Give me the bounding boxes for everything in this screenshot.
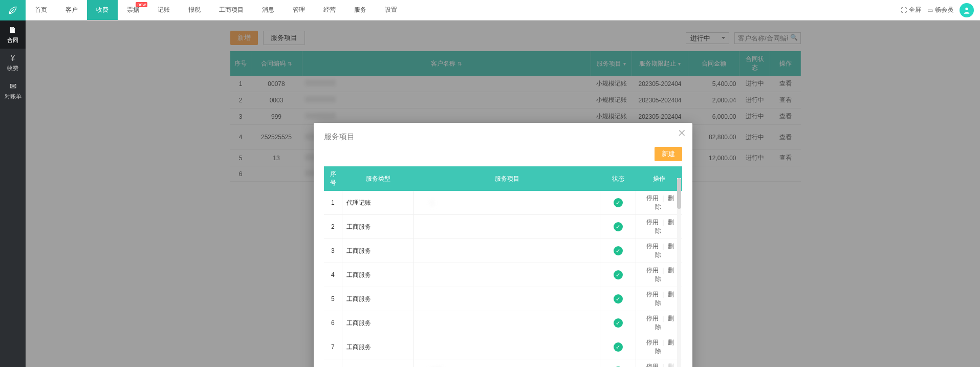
list-item: 2工商服务 ✓停用 | 删除: [324, 215, 682, 239]
left-sidebar: 🗎合同¥收费✉对账单: [0, 20, 26, 367]
check-icon: ✓: [614, 246, 623, 255]
nav-item-10[interactable]: 服务: [345, 0, 376, 20]
pause-link[interactable]: 停用: [644, 195, 661, 202]
pause-link[interactable]: 停用: [644, 291, 661, 298]
mcell-item: [414, 215, 600, 239]
nav-item-7[interactable]: 消息: [253, 0, 284, 20]
list-item: 4工商服务 ✓停用 | 删除: [324, 263, 682, 287]
document-icon: 🗎: [9, 26, 17, 35]
nav-item-9[interactable]: 经营: [314, 0, 345, 20]
mcell-item: [414, 239, 600, 263]
pause-link[interactable]: 停用: [644, 339, 661, 346]
nav-item-11[interactable]: 设置: [376, 0, 406, 20]
pause-link[interactable]: 停用: [644, 267, 661, 274]
mcell-item: [414, 287, 600, 311]
scrollbar-thumb[interactable]: [677, 178, 681, 209]
list-item: 7工商服务 ✓停用 | 删除: [324, 335, 682, 359]
mcell-type: 代理记账: [342, 191, 414, 215]
sidebar-item-0[interactable]: 🗎合同: [0, 20, 26, 49]
mcell-type: 工商服务: [342, 263, 414, 287]
mcell-type: 工商服务: [342, 359, 414, 368]
list-item: 5工商服务 ✓停用 | 删除: [324, 287, 682, 311]
top-menu: 首页客户收费票据new记账报税工商项目消息管理经营服务设置: [26, 0, 406, 20]
nav-item-6[interactable]: 工商项目: [210, 0, 253, 20]
check-icon: ✓: [614, 342, 623, 352]
pause-link[interactable]: 停用: [644, 243, 661, 250]
mcell-ops: 停用 | 删除: [636, 191, 682, 215]
fullscreen-button[interactable]: ⛶ 全屏: [901, 6, 921, 14]
mcol-status: 状态: [600, 166, 636, 191]
check-icon: ✓: [614, 270, 623, 279]
modal-scrollbar[interactable]: [677, 178, 681, 367]
nav-item-0[interactable]: 首页: [26, 0, 56, 20]
check-icon: ✓: [614, 222, 623, 231]
new-button[interactable]: 新建: [655, 147, 682, 161]
play-icon: ▭: [927, 7, 933, 14]
mcell-ops: 停用 | 删除: [636, 215, 682, 239]
mcell-item: [414, 263, 600, 287]
nav-item-4[interactable]: 记账: [148, 0, 179, 20]
list-item: 3工商服务 ✓停用 | 删除: [324, 239, 682, 263]
mail-icon: ✉: [10, 81, 16, 91]
mcol-type: 服务类型: [342, 166, 414, 191]
mcell-ops: 停用 | 删除: [636, 335, 682, 359]
pause-link[interactable]: 停用: [644, 363, 661, 367]
sidebar-label: 收费: [7, 64, 18, 72]
mcell-ops: 停用 | 删除: [636, 263, 682, 287]
service-items-table: 序号 服务类型 服务项目 状态 操作 1代理记账 1✓停用 | 删除2工商服务 …: [324, 166, 682, 367]
member-button[interactable]: ▭ 畅会员: [927, 6, 953, 14]
mcell-status: ✓: [600, 215, 636, 239]
yen-icon: ¥: [11, 54, 15, 63]
mcell-status: ✓: [600, 359, 636, 368]
main-area: 新增 服务项目 进行中 🔍 序号 合同编码⇅ 客户名: [26, 20, 980, 367]
member-label: 畅会员: [935, 6, 953, 14]
fullscreen-label: 全屏: [909, 6, 921, 14]
mcell-seq: 3: [324, 239, 342, 263]
modal-title: 服务项目: [314, 123, 692, 147]
pause-link[interactable]: 停用: [644, 219, 661, 226]
mcell-seq: 5: [324, 287, 342, 311]
app-logo[interactable]: [0, 0, 26, 20]
fullscreen-icon: ⛶: [901, 7, 907, 14]
sidebar-item-2[interactable]: ✉对账单: [0, 77, 26, 105]
mcol-seq: 序号: [324, 166, 342, 191]
mcell-seq: 6: [324, 311, 342, 335]
check-icon: ✓: [614, 198, 623, 207]
mcell-seq: 2: [324, 215, 342, 239]
mcell-item: 注册: [414, 359, 600, 368]
mcell-type: 工商服务: [342, 311, 414, 335]
mcell-ops: 停用 | 删除: [636, 239, 682, 263]
mcell-seq: 8: [324, 359, 342, 368]
top-nav: 首页客户收费票据new记账报税工商项目消息管理经营服务设置 ⛶ 全屏 ▭ 畅会员: [0, 0, 980, 20]
close-icon[interactable]: ✕: [678, 127, 686, 139]
mcol-item: 服务项目: [414, 166, 600, 191]
mcell-type: 工商服务: [342, 239, 414, 263]
sidebar-label: 合同: [7, 36, 18, 44]
nav-item-8[interactable]: 管理: [284, 0, 314, 20]
nav-item-5[interactable]: 报税: [179, 0, 210, 20]
mcell-type: 工商服务: [342, 215, 414, 239]
top-right: ⛶ 全屏 ▭ 畅会员: [901, 3, 980, 17]
mcell-ops: 停用 | 删除: [636, 287, 682, 311]
list-item: 8工商服务 注册✓停用 | 删除: [324, 359, 682, 368]
mcell-ops: 停用 | 删除: [636, 359, 682, 368]
mcell-ops: 停用 | 删除: [636, 311, 682, 335]
new-badge: new: [136, 2, 147, 7]
sidebar-label: 对账单: [5, 93, 21, 100]
mcell-status: ✓: [600, 263, 636, 287]
mcol-ops: 操作: [636, 166, 682, 191]
mcell-status: ✓: [600, 191, 636, 215]
mcell-status: ✓: [600, 311, 636, 335]
service-items-modal: ✕ 服务项目 新建 序号 服务类型 服务项目 状态 操作: [314, 123, 692, 367]
avatar[interactable]: [960, 3, 974, 17]
mcell-item: 1: [414, 191, 600, 215]
check-icon: ✓: [614, 294, 623, 304]
nav-item-3[interactable]: 票据new: [118, 0, 148, 20]
nav-item-1[interactable]: 客户: [56, 0, 87, 20]
mcell-status: ✓: [600, 335, 636, 359]
pause-link[interactable]: 停用: [644, 315, 661, 322]
mcell-seq: 7: [324, 335, 342, 359]
nav-item-2[interactable]: 收费: [87, 0, 118, 20]
user-icon: [963, 6, 971, 14]
sidebar-item-1[interactable]: ¥收费: [0, 49, 26, 77]
